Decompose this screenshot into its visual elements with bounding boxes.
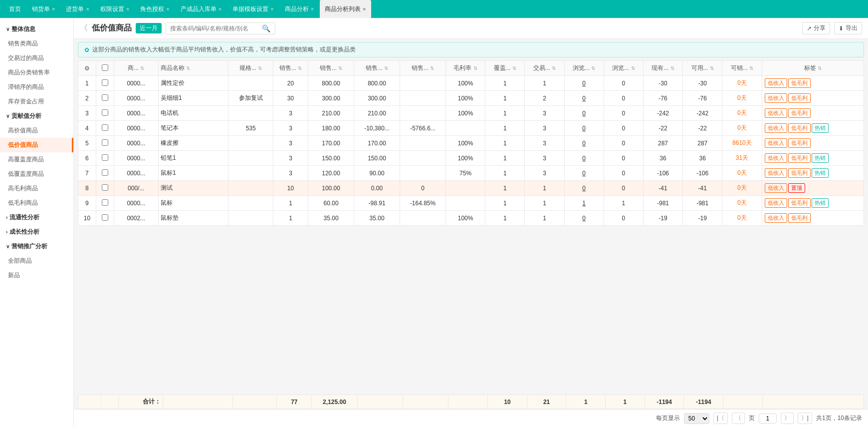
prev-page-btn[interactable]: 〈 bbox=[732, 413, 745, 424]
sidebar-item-low-coverage[interactable]: 低覆盖度商品 bbox=[0, 167, 73, 181]
browse1-link[interactable]: 0 bbox=[582, 185, 586, 192]
browse1-link[interactable]: 0 bbox=[582, 110, 586, 117]
export-button[interactable]: ⬇ 导出 bbox=[834, 22, 862, 34]
sidebar-item-new-goods[interactable]: 新品 bbox=[0, 268, 73, 283]
browse1-link[interactable]: 0 bbox=[582, 140, 586, 147]
tag-hot: 热销 bbox=[812, 198, 829, 208]
last-page-btn[interactable]: 〉| bbox=[798, 413, 812, 424]
sidebar-group-overview[interactable]: ∨ 整体信息 bbox=[0, 22, 73, 36]
browse1-link[interactable]: 0 bbox=[582, 155, 586, 162]
row-checkbox[interactable] bbox=[102, 214, 108, 221]
nav-home[interactable]: 首页 bbox=[4, 0, 26, 18]
row-name: 吴细细1 bbox=[158, 91, 228, 106]
th-amt2[interactable]: 销售... ⇅ bbox=[354, 61, 400, 76]
nav-permissions[interactable]: 权限设置 × bbox=[95, 0, 134, 18]
sidebar-group-contribution[interactable]: ∨ 贡献值分析 bbox=[0, 109, 73, 123]
browse1-link[interactable]: 1 bbox=[582, 200, 586, 207]
per-page-select[interactable]: 50 100 200 bbox=[684, 413, 709, 424]
row-checkbox[interactable] bbox=[102, 169, 108, 176]
nav-close-analysis-list[interactable]: × bbox=[363, 6, 366, 12]
search-icon[interactable]: 🔍 bbox=[262, 24, 270, 32]
search-input[interactable] bbox=[170, 25, 260, 32]
th-sellable[interactable]: 可销... ⇅ bbox=[722, 61, 762, 76]
nav-close-analysis[interactable]: × bbox=[311, 6, 314, 12]
page-input[interactable] bbox=[759, 414, 777, 424]
row-name: 电话机 bbox=[158, 106, 228, 121]
row-checkbox[interactable] bbox=[102, 109, 108, 116]
tag-low: 低毛利 bbox=[788, 153, 811, 163]
sidebar-item-high-value[interactable]: 高价值商品 bbox=[0, 123, 73, 138]
nav-close-templates[interactable]: × bbox=[270, 6, 273, 12]
sidebar-group-circulation[interactable]: › 流通性分析 bbox=[0, 210, 73, 225]
browse1-link[interactable]: 0 bbox=[582, 125, 586, 132]
first-page-btn[interactable]: |〈 bbox=[713, 413, 728, 424]
share-icon: ↗ bbox=[807, 25, 812, 32]
browse1-link[interactable]: 0 bbox=[582, 215, 586, 222]
nav-close-purchase[interactable]: × bbox=[86, 6, 89, 12]
row-checkbox[interactable] bbox=[102, 79, 108, 86]
th-spec[interactable]: 规格... ⇅ bbox=[228, 61, 273, 76]
row-checkbox[interactable] bbox=[102, 139, 108, 146]
th-qty[interactable]: 销售... ⇅ bbox=[273, 61, 308, 76]
table-row: 10000...属性定价20800.00800.00100%1100-30-30… bbox=[78, 76, 864, 91]
nav-close-permissions[interactable]: × bbox=[126, 6, 129, 12]
sidebar-collapse-btn[interactable]: 《 bbox=[80, 23, 88, 33]
sidebar-item-high-gross[interactable]: 高毛利商品 bbox=[0, 181, 73, 196]
nav-purchase[interactable]: 进货单 × bbox=[61, 0, 94, 18]
sidebar-item-low-value[interactable]: 低价值商品 bbox=[0, 138, 73, 152]
select-all-checkbox[interactable] bbox=[102, 64, 108, 71]
sidebar-item-category-sales-rate[interactable]: 商品分类销售率 bbox=[0, 65, 73, 80]
sidebar-item-inventory-funds[interactable]: 库存资金占用 bbox=[0, 94, 73, 109]
row-checkbox[interactable] bbox=[102, 199, 108, 206]
row-name: 鼠标1 bbox=[158, 166, 228, 181]
th-gear[interactable]: ⚙ bbox=[78, 61, 96, 76]
sidebar-item-traded-goods[interactable]: 交易过的商品 bbox=[0, 51, 73, 65]
nav-roles[interactable]: 角色授权 × bbox=[135, 0, 174, 18]
totals-avail: -1194 bbox=[684, 395, 723, 409]
nav-close-products[interactable]: × bbox=[218, 6, 221, 12]
totals-qty: 77 bbox=[277, 395, 312, 409]
nav-sales[interactable]: 销货单 × bbox=[27, 0, 60, 18]
totals-wrapper: 合计： 77 2,125.00 10 21 1 1 -1194 -1194 bbox=[74, 395, 868, 409]
th-checkbox[interactable] bbox=[96, 61, 114, 76]
th-name[interactable]: 商品名称 ⇅ bbox=[158, 61, 228, 76]
th-browse2[interactable]: 浏览... ⇅ bbox=[604, 61, 643, 76]
th-avail[interactable]: 可用... ⇅ bbox=[683, 61, 722, 76]
period-tag[interactable]: 近一月 bbox=[136, 23, 162, 33]
browse1-link[interactable]: 0 bbox=[582, 95, 586, 102]
tag-low: 低收入 bbox=[765, 168, 787, 178]
row-checkbox-cell bbox=[96, 181, 114, 196]
share-button[interactable]: ↗ 分享 bbox=[802, 22, 830, 34]
nav-analysis[interactable]: 商品分析 × bbox=[280, 0, 319, 18]
nav-close-roles[interactable]: × bbox=[166, 6, 169, 12]
nav-templates[interactable]: 单据模板设置 × bbox=[227, 0, 278, 18]
sidebar-group-growth[interactable]: › 成长性分析 bbox=[0, 225, 73, 239]
th-amt3[interactable]: 销售... ⇅ bbox=[400, 61, 446, 76]
th-cover[interactable]: 覆盖... ⇅ bbox=[485, 61, 525, 76]
nav-close-sales[interactable]: × bbox=[52, 6, 55, 12]
th-gross[interactable]: 毛利率 ⇅ bbox=[446, 61, 485, 76]
browse1-link[interactable]: 0 bbox=[582, 80, 586, 87]
sidebar-item-slow-goods[interactable]: 滞销序的商品 bbox=[0, 80, 73, 94]
nav-products[interactable]: 产成品入库单 × bbox=[176, 0, 226, 18]
next-page-btn[interactable]: 〉 bbox=[781, 413, 794, 424]
row-checkbox[interactable] bbox=[102, 184, 108, 191]
th-now[interactable]: 现有... ⇅ bbox=[643, 61, 682, 76]
sidebar-group-marketing[interactable]: ∨ 营销推广分析 bbox=[0, 239, 73, 254]
row-checkbox[interactable] bbox=[102, 124, 108, 131]
sidebar-item-low-gross[interactable]: 低毛利商品 bbox=[0, 196, 73, 210]
row-checkbox[interactable] bbox=[102, 154, 108, 161]
search-box: 🔍 bbox=[166, 22, 275, 34]
browse1-link[interactable]: 0 bbox=[582, 170, 586, 177]
th-trade[interactable]: 交易... ⇅ bbox=[525, 61, 564, 76]
th-amt1[interactable]: 销售... ⇅ bbox=[308, 61, 354, 76]
th-browse1[interactable]: 浏览... ⇅ bbox=[564, 61, 604, 76]
nav-analysis-list[interactable]: 商品分析列表 × bbox=[320, 0, 371, 18]
sidebar-item-sales-goods[interactable]: 销售类商品 bbox=[0, 36, 73, 51]
th-tags[interactable]: 标签 ⇅ bbox=[762, 61, 864, 76]
row-checkbox[interactable] bbox=[102, 94, 108, 101]
sidebar-item-high-coverage[interactable]: 高覆盖度商品 bbox=[0, 152, 73, 167]
sidebar-item-all-goods[interactable]: 全部商品 bbox=[0, 254, 73, 268]
tag-top: 置顶 bbox=[788, 183, 805, 193]
th-code[interactable]: 商... ⇅ bbox=[114, 61, 158, 76]
